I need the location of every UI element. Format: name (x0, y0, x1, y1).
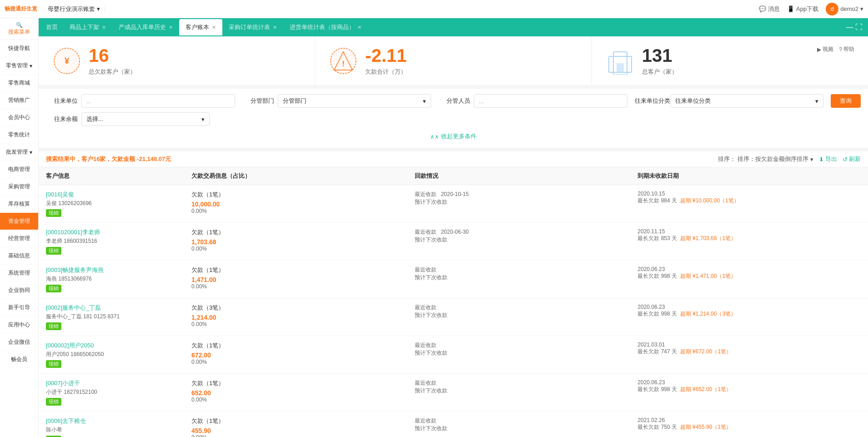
top-right: 💬 消息 📱 App下载 d demo2 ▾ (759, 3, 863, 15)
tab-home[interactable]: 首页 (40, 19, 63, 35)
sidebar-newbie-label: 新手引导 (8, 304, 30, 311)
customer-cell-5: [000002]用户2050 用户2050 18665062050 现销 (46, 342, 191, 368)
tab-customer-account[interactable]: 客户账本 ✕ (179, 19, 222, 35)
view-btn[interactable]: ▶ 视频 (817, 45, 833, 53)
filter-unit-category-input[interactable]: 往来单位分类 ▾ (670, 94, 824, 108)
due-cell-7: 2021.02.26 最长欠款 750 天 超期 ¥455.90（1笔） (637, 417, 861, 431)
sidebar-item-vip-member[interactable]: 畅会员 (0, 351, 38, 368)
debt-count-3: 欠款（1笔） (191, 266, 415, 274)
chevron-down-icon: ▾ (201, 116, 205, 123)
table-row: [0007]小进干 小进干 18279152100 现销 欠款（1笔） 652.… (39, 374, 868, 412)
view-label: 视频 (823, 45, 833, 53)
tabs-bar: 首页 商品上下架 ✕ 产成品入库单历史 ✕ 客户账本 ✕ 采购订单统计表 ✕ (39, 18, 868, 36)
collapse-icon: ∧∧ (430, 133, 439, 140)
collapse-label: 收起更多条件 (441, 132, 477, 141)
user-menu[interactable]: d demo2 ▾ (826, 3, 863, 15)
customer-phone-2: 李老师 18600391516 (46, 237, 191, 245)
sidebar-item-app-center[interactable]: 应用中心 (0, 316, 38, 334)
sidebar-system-label: 系统管理 (8, 270, 30, 276)
sidebar-item-newbie[interactable]: 新手引导 (0, 299, 38, 316)
export-btn[interactable]: ⬇ 导出 (819, 155, 837, 163)
sidebar-item-ecommerce[interactable]: 电商管理 (0, 161, 38, 178)
sidebar-item-enterprise-coop[interactable]: 企业协同 (0, 282, 38, 299)
sidebar-item-enterprise-wx[interactable]: 企业微信 (0, 334, 38, 351)
download-icon: 📱 (787, 5, 794, 12)
tab-purchase-order[interactable]: 采购订单统计表 ✕ (222, 19, 283, 35)
payment-cell-7: 最近收款 预计下次收款 (415, 417, 638, 432)
customer-name-6[interactable]: [0007]小进干 (46, 379, 191, 387)
customer-name-7[interactable]: [0006]去下粮仓 (46, 417, 191, 425)
last-payment-3: 最近收款 (415, 266, 638, 274)
table-row: [0006]去下粮仓 陈小希 现销 欠款（1笔） 455.90 0.00% 最近… (39, 412, 868, 437)
filter-area: 往来单位 ... 分管部门 分管部门 ▾ (39, 89, 868, 148)
table-row: [000002]用户2050 用户2050 18665062050 现销 欠款（… (39, 336, 868, 374)
sort-label: 排序： (718, 155, 736, 163)
next-payment-3: 预计下次收款 (415, 274, 638, 281)
overdue-link-6[interactable]: 超期 ¥652.00（1笔） (680, 386, 732, 392)
sidebar-item-marketing[interactable]: 营销推广 (0, 92, 38, 109)
tab-product-shelf-close[interactable]: ✕ (102, 25, 106, 30)
sidebar-item-operations[interactable]: 经营管理 (0, 230, 38, 247)
search-icon: 🔍 (4, 22, 35, 28)
sidebar-item-system[interactable]: 系统管理 (0, 265, 38, 282)
debt-count-5: 欠款（1笔） (191, 342, 415, 350)
customer-name-1[interactable]: [0016]吴俊 (46, 191, 191, 199)
filter-from-unit-input[interactable]: ... (81, 94, 235, 108)
store-select[interactable]: 母婴行业演示账套 ▾ (43, 5, 105, 13)
sidebar-search[interactable]: 🔍 搜索菜单 (0, 18, 38, 40)
tab-purchase-stats-close[interactable]: ✕ (357, 25, 361, 30)
sidebar-item-purchase-mgmt[interactable]: 采购管理 (0, 178, 38, 196)
tab-purchase-order-close[interactable]: ✕ (273, 25, 277, 30)
filter-balance-value: 选择... (86, 115, 103, 123)
debit-amount-label: 欠款合计（万） (365, 68, 577, 76)
sidebar-item-retail-store[interactable]: 零售商城 (0, 75, 38, 92)
tab-product-history[interactable]: 产成品入库单历史 ✕ (112, 19, 179, 35)
customer-name-5[interactable]: [000002]用户2050 (46, 342, 191, 350)
filter-from-unit-label: 往来单位 (46, 97, 78, 105)
due-date-1: 2020.10.15 (637, 191, 861, 197)
overdue-link-4[interactable]: 超期 ¥1,214.00（3笔） (680, 311, 736, 317)
tabs-maximize-icon[interactable]: ⛶ (855, 23, 863, 31)
tab-purchase-stats[interactable]: 进货单统计表（按商品） ✕ (283, 19, 368, 35)
sidebar-item-member[interactable]: 会员中心 (0, 109, 38, 126)
customer-name-3[interactable]: [0003]畅捷服务尹海燕 (46, 266, 191, 274)
chevron-down-icon: ▾ (815, 98, 818, 105)
message-btn[interactable]: 💬 消息 (759, 5, 780, 13)
debt-amount-3: 1,471.00 (191, 276, 415, 283)
customer-name-2[interactable]: [0001020001]李老师 (46, 228, 191, 236)
sidebar-item-retail-mgmt[interactable]: 零售管理 ▾ (0, 57, 38, 75)
sidebar-member-label: 会员中心 (8, 114, 30, 121)
tab-product-history-close[interactable]: ✕ (169, 25, 173, 30)
filter-manager-input[interactable]: ... (474, 94, 627, 108)
search-button[interactable]: 查询 (831, 94, 861, 108)
tab-purchase-stats-label: 进货单统计表（按商品） (290, 23, 355, 31)
tabs-actions: — ⛶ (846, 23, 866, 31)
overdue-link-2[interactable]: 超期 ¥1,703.68（1笔） (680, 235, 736, 241)
sort-select[interactable]: 排序： 排序：按欠款金额倒序排序 ▾ (718, 155, 813, 163)
collapse-btn[interactable]: ∧∧ 收起更多条件 (46, 131, 861, 142)
filter-dept-input[interactable]: 分管部门 ▾ (278, 94, 431, 108)
help-btn[interactable]: ? 帮助 (839, 45, 854, 53)
sidebar-item-basic-info[interactable]: 基础信息 (0, 247, 38, 265)
tab-customer-account-close[interactable]: ✕ (212, 25, 216, 30)
refresh-btn[interactable]: ↺ 刷新 (843, 155, 861, 163)
filter-unit-category-label: 往来单位分类 (635, 97, 667, 105)
tabs-minimize-icon[interactable]: — (846, 23, 853, 31)
overdue-link-3[interactable]: 超期 ¥1,471.00（1笔） (680, 273, 736, 279)
filter-manager-value: ... (479, 98, 484, 105)
sidebar-item-batch-mgmt[interactable]: 批发管理 ▾ (0, 144, 38, 161)
sidebar-retail-mgmt-label: 零售管理 (6, 62, 28, 70)
tab-product-shelf[interactable]: 商品上下架 ✕ (63, 19, 112, 35)
sidebar-item-inventory[interactable]: 库存核算 (0, 196, 38, 213)
overdue-link-1[interactable]: 超期 ¥10,000.00（1笔） (680, 197, 739, 204)
filter-balance-input[interactable]: 选择... ▾ (81, 112, 210, 126)
download-btn[interactable]: 📱 App下载 (787, 5, 818, 13)
debit-amount: -2.11 (365, 45, 577, 66)
col-customer-info: 客户信息 (46, 172, 191, 180)
overdue-link-5[interactable]: 超期 ¥672.00（1笔） (680, 348, 732, 355)
sidebar-item-finance[interactable]: 资金管理 (0, 213, 38, 230)
sidebar-item-retail-stats[interactable]: 零售统计 (0, 126, 38, 144)
overdue-link-7[interactable]: 超期 ¥455.90（1笔） (680, 424, 732, 430)
sidebar-item-quick-nav[interactable]: 快捷导航 (0, 40, 38, 57)
customer-name-4[interactable]: [0002]服务中心_丁磊 (46, 304, 191, 312)
